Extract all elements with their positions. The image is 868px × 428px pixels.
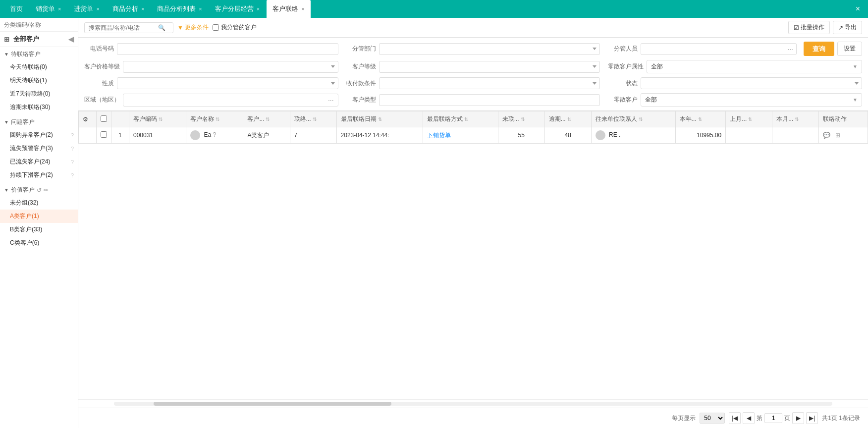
nav-close-product-list[interactable]: × [199,6,202,12]
filter-search-icon[interactable]: 🔍 [158,24,165,31]
query-button[interactable]: 查询 [804,42,834,56]
retail-label: 零散客户 [608,96,638,104]
nav-product-analysis-list[interactable]: 商品分析列表 × [151,0,208,18]
per-page-select[interactable]: 50 100 200 [700,413,725,424]
th-this-year: 本年... ⇅ [675,111,726,127]
gear-icon[interactable]: ⚙ [83,116,88,123]
sort-icon-method[interactable]: ⇅ [464,116,468,122]
sort-icon-code[interactable]: ⇅ [159,116,163,122]
export-button[interactable]: ↗ 导出 [833,21,862,34]
manager-input[interactable]: ··· [641,43,797,55]
nav-close-product-analysis[interactable]: × [141,6,144,12]
sidebar-section-pending-title[interactable]: ▼ 待联络客户 [0,48,78,60]
customer-grade-select[interactable] [379,61,600,73]
phone-input[interactable] [117,43,338,55]
sort-icon-contact[interactable]: ⇅ [313,116,317,122]
filter-form: 电话号码 分管部门 分管人员 ··· 查询 设置 [78,38,868,111]
nav-close-contact[interactable]: × [301,6,304,12]
refresh-icon[interactable]: ↺ [37,187,42,194]
sidebar-item-c-class[interactable]: C类客户(6) [0,236,78,250]
sidebar-all-customers-label[interactable]: 全部客户 [13,35,39,44]
price-grade-select[interactable] [123,61,338,73]
filter-row-status: 状态 [608,77,862,89]
sort-icon-name[interactable]: ⇅ [216,116,219,122]
filter-search-input[interactable] [89,24,158,31]
sidebar-section-problem-title[interactable]: ▼ 问题客户 [0,116,78,128]
customer-type-input[interactable] [379,94,600,106]
sort-icon-date[interactable]: ⇅ [378,116,382,122]
th-gear: ⚙ [79,111,97,127]
page-suffix: 页 [784,414,790,423]
sidebar-item-repurchase-abnormal[interactable]: 回购异常客户(2) ? [0,128,78,142]
my-customers-check[interactable] [213,24,219,31]
sidebar-item-lost[interactable]: 已流失客户(24) ? [0,155,78,168]
sidebar-item-churn-warning[interactable]: 流失预警客户(3) ? [0,142,78,155]
col-not-contacted-label: 未联... [502,115,519,123]
nav-customer-stratify[interactable]: 客户分层经营 × [209,0,266,18]
nav-sales-order[interactable]: 销货单 × [30,0,67,18]
sidebar-item-overdue[interactable]: 逾期未联络(30) [0,101,78,114]
nav-home[interactable]: 首页 [4,0,29,18]
retail-attr-input[interactable]: 全部 ▼ [647,60,862,73]
page-number-input[interactable] [764,413,782,423]
nav-purchase-order[interactable]: 进货单 × [68,0,105,18]
horizontal-scrollbar[interactable] [78,399,868,408]
last-method-link[interactable]: 下销货单 [427,132,451,139]
filter-row-price-grade: 客户价格等级 [84,60,338,73]
next-page-button[interactable]: ▶ [792,412,804,424]
nav-close-stratify[interactable]: × [257,6,260,12]
sidebar-collapse-icon[interactable]: ◀ [68,35,74,43]
th-last-method: 最后联络方式 ⇅ [423,111,498,127]
retail-input[interactable]: 全部 ▼ [641,93,862,107]
sidebar-item-7days[interactable]: 近7天待联络(0) [0,87,78,101]
payment-select[interactable] [379,77,600,89]
chat-action-icon[interactable]: 💬 [823,132,830,139]
select-all-checkbox[interactable] [101,115,107,122]
prev-page-button[interactable]: ◀ [743,412,755,424]
row-checkbox[interactable] [101,131,107,138]
sort-icon-year[interactable]: ⇅ [698,116,702,122]
sort-icon-cat[interactable]: ⇅ [266,116,270,122]
batch-ops-button[interactable]: ☑ 批量操作 [788,21,830,34]
nav-close-all[interactable]: × [852,4,864,13]
table-wrapper: ⚙ 客户编码 ⇅ [78,111,868,399]
sidebar-item-b-class[interactable]: B类客户(33) [0,223,78,236]
sidebar-item-today[interactable]: 今天待联络(0) [0,60,78,74]
filter-bar: 🔍 ▼ 更多条件 我分管的客户 ☑ 批量操作 ↗ 导出 [78,18,868,38]
sidebar-item-a-class[interactable]: A类客户(1) [0,210,78,223]
dept-select[interactable] [379,43,600,55]
sidebar-item-tomorrow[interactable]: 明天待联络(1) [0,74,78,87]
sort-icon-overdue[interactable]: ⇅ [567,116,571,122]
td-this-year: 10995.00 [675,127,726,144]
first-page-button[interactable]: |◀ [729,412,741,424]
per-page-label: 每页显示 [672,414,696,423]
sidebar-item-unclassified[interactable]: 未分组(32) [0,196,78,210]
sidebar-item-declining[interactable]: 持续下滑客户(2) ? [0,168,78,182]
my-customers-checkbox[interactable]: 我分管的客户 [213,23,257,32]
settings-button[interactable]: 设置 [837,42,862,56]
sort-icon-unit[interactable]: ⇅ [639,116,643,122]
grid-action-icon[interactable]: ⊞ [835,132,840,139]
filter-more-btn[interactable]: ▼ 更多条件 [177,23,209,32]
status-select[interactable] [641,77,862,89]
retail-attr-label: 零散客户属性 [608,62,644,71]
sort-icon-nc[interactable]: ⇅ [521,116,525,122]
hscroll-thumb[interactable] [154,402,391,406]
th-unit-contact: 往来单位联系人 ⇅ [591,111,675,127]
filter-row-customer-type: 客户类型 [346,93,600,107]
nav-product-analysis[interactable]: 商品分析 × [107,0,150,18]
table-header-row: ⚙ 客户编码 ⇅ [79,111,868,127]
sort-icon-tm[interactable]: ⇅ [795,116,799,122]
td-actions: 💬 ⊞ [819,127,868,144]
nav-close-sales[interactable]: × [58,6,61,12]
th-code: 客户编码 ⇅ [129,111,186,127]
last-page-button[interactable]: ▶| [806,412,818,424]
nature-select[interactable] [117,77,338,89]
sidebar-section-value-title[interactable]: ▼ 价值客户 ↺ ✏ [0,184,78,196]
nav-close-purchase[interactable]: × [96,6,99,12]
sidebar-search-input[interactable] [4,21,78,28]
edit-icon[interactable]: ✏ [44,187,49,194]
nav-customer-contact[interactable]: 客户联络 × [267,0,310,18]
region-input[interactable]: ··· [123,94,338,107]
sort-icon-lm[interactable]: ⇅ [748,116,752,122]
